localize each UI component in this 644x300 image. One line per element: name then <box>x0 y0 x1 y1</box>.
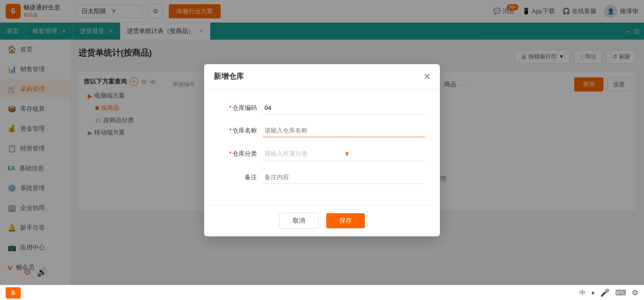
save-button[interactable]: 保存 <box>326 213 365 228</box>
category-label: 仓库分类 <box>219 150 257 158</box>
name-input[interactable] <box>263 124 425 137</box>
bottom-mic-icon[interactable]: 🎤 <box>600 288 610 297</box>
bottom-cn-icon[interactable]: 中 <box>579 289 586 297</box>
modal-title: 新增仓库 <box>214 72 244 82</box>
brand-icon: S <box>6 287 21 299</box>
bottom-settings-icon[interactable]: ⚙ <box>632 288 638 297</box>
category-placeholder: 请输入所属分类 <box>264 150 344 158</box>
remark-input[interactable] <box>263 171 425 184</box>
category-select[interactable]: 请输入所属分类 ▼ <box>263 147 425 161</box>
cancel-button[interactable]: 取消 <box>279 213 319 229</box>
code-label: 仓库编码 <box>219 104 257 112</box>
name-label: 仓库名称 <box>219 126 257 135</box>
close-icon[interactable]: ✕ <box>423 72 430 82</box>
modal-new-warehouse: 新增仓库 ✕ 仓库编码 仓库名称 仓库分类 请输入所属分类 ▼ 备注 <box>204 64 440 236</box>
bottom-keyboard-icon[interactable]: ⌨ <box>615 288 626 297</box>
modal-overlay[interactable]: 新增仓库 ✕ 仓库编码 仓库名称 仓库分类 请输入所属分类 ▼ 备注 <box>0 0 644 300</box>
bottom-bar: S 中 ♦ 🎤 ⌨ ⚙ <box>0 285 644 300</box>
form-row-remark: 备注 <box>219 171 425 184</box>
form-row-code: 仓库编码 <box>219 101 425 115</box>
code-input[interactable] <box>263 101 425 115</box>
modal-body: 仓库编码 仓库名称 仓库分类 请输入所属分类 ▼ 备注 <box>204 90 440 205</box>
category-dropdown-icon: ▼ <box>344 150 423 158</box>
form-row-category: 仓库分类 请输入所属分类 ▼ <box>219 147 425 161</box>
form-row-name: 仓库名称 <box>219 124 425 137</box>
modal-header: 新增仓库 ✕ <box>204 64 440 90</box>
remark-label: 备注 <box>219 173 257 182</box>
modal-footer: 取消 保存 <box>204 205 440 236</box>
bottom-diamond-icon[interactable]: ♦ <box>591 289 594 296</box>
